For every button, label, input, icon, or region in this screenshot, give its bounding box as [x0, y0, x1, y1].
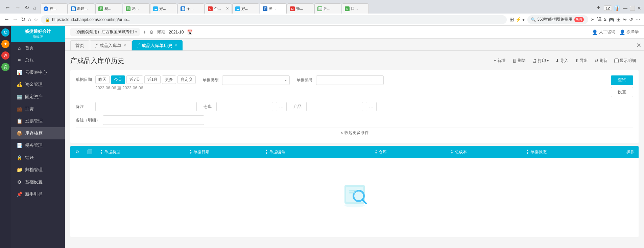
sidebar-item-close-books[interactable]: 🔒 结账: [11, 152, 65, 164]
company-settings-button[interactable]: ⚙: [149, 29, 154, 35]
browser-tab-6[interactable]: 📄 个...: [177, 3, 205, 14]
browser-tab-10[interactable]: M 畅...: [287, 3, 314, 14]
reload-button[interactable]: ↻: [23, 4, 31, 12]
dropdown-icon[interactable]: ▾: [522, 17, 525, 22]
page-tab-home[interactable]: 首页: [70, 40, 89, 50]
page-tab-history[interactable]: 产成品入库单历史 ✕: [132, 40, 183, 50]
sidebar-item-invoice[interactable]: 📋 发票管理: [11, 115, 65, 127]
browser-tab-4[interactable]: 易 易...: [123, 3, 150, 14]
nav-back[interactable]: ←: [3, 16, 9, 23]
forward-button[interactable]: →: [13, 3, 22, 12]
browser-tab-8[interactable]: ☁ 好...: [232, 3, 259, 14]
close-window-button[interactable]: ✕: [637, 5, 641, 11]
browser-tab-12[interactable]: S 目...: [342, 3, 369, 14]
back-button[interactable]: ←: [3, 3, 12, 12]
sidebar-item-archive[interactable]: 📁 归档管理: [11, 164, 65, 176]
new-tab-button[interactable]: +: [595, 4, 602, 12]
browser-tab-1[interactable]: e 在...: [41, 3, 68, 14]
date-yesterday-btn[interactable]: 昨天: [95, 75, 110, 84]
browser-tab-5[interactable]: ☁ 好...: [150, 3, 177, 14]
add-company-button[interactable]: +: [143, 29, 146, 35]
query-button[interactable]: 查询: [611, 75, 633, 85]
display-detail-checkbox[interactable]: [614, 59, 619, 63]
url-bar[interactable]: 🔒 https://cloud.chanjet.com/accounting/u…: [41, 15, 507, 24]
date-1month-btn[interactable]: 近1月: [144, 75, 161, 84]
search-bar[interactable]: 🔍 360智能抠图免费用 热搜: [527, 15, 588, 24]
browser-tab-2[interactable]: 📄 新建...: [68, 3, 95, 14]
date-7days-btn[interactable]: 近7天: [126, 75, 143, 84]
translate-icon[interactable]: 译: [597, 17, 602, 23]
profile-button[interactable]: 👔: [614, 5, 621, 11]
service-button[interactable]: 👤 人工咨询: [592, 29, 615, 35]
sidebar-item-guide[interactable]: 📌 新手引导: [11, 188, 65, 200]
sidebar-item-reports[interactable]: 📊 云报表中心: [11, 66, 65, 78]
warehouse-input[interactable]: [216, 102, 273, 111]
table-header-checkbox[interactable]: [84, 150, 96, 154]
sidebar-item-home[interactable]: ⌂ 首页: [11, 42, 65, 54]
import-button[interactable]: ⬇ 导入: [553, 57, 571, 65]
warehouse-ellipsis-btn[interactable]: …: [276, 102, 287, 111]
table-header-gear[interactable]: ⚙: [70, 150, 84, 154]
type-select-wrapper[interactable]: ▾: [222, 75, 290, 85]
remark-input[interactable]: [95, 102, 197, 111]
tab-7-close[interactable]: ✕: [226, 6, 229, 11]
company-selector[interactable]: （勿删勿禁用）江西报宝测试专用 ▾: [70, 28, 140, 36]
sidebar-item-settings[interactable]: ⚙ 基础设置: [11, 176, 65, 188]
grid-icon[interactable]: ⊞: [509, 16, 514, 23]
page-tab-list-close[interactable]: ✕: [123, 43, 126, 48]
app-icon-star[interactable]: ★: [1, 40, 9, 48]
export-button[interactable]: ⬆ 导出: [572, 57, 591, 65]
filter-settings-button[interactable]: 设置: [611, 87, 633, 97]
date-custom-btn[interactable]: 自定义: [177, 75, 196, 84]
app-icon-weibo[interactable]: W: [1, 51, 9, 60]
refresh-button[interactable]: ↺ 刷新: [592, 57, 610, 65]
apps-icon[interactable]: ⊞: [616, 16, 621, 23]
table-header-warehouse[interactable]: ▲▼ 仓库: [371, 149, 447, 155]
panel-close-button[interactable]: ✕: [636, 42, 641, 50]
sidebar-item-tax[interactable]: 📑 税务管理: [11, 139, 65, 152]
nav-reload[interactable]: ↻: [21, 16, 25, 23]
product-input[interactable]: [306, 102, 363, 111]
page-tab-list[interactable]: 产成品入库单 ✕: [90, 40, 132, 50]
date-more-btn[interactable]: 更多: [162, 75, 176, 84]
app-icon-mail[interactable]: @: [1, 63, 9, 71]
date-today-btn[interactable]: 今天: [111, 75, 125, 84]
sidebar-item-funds[interactable]: 💰 资金管理: [11, 78, 65, 91]
currency-icon[interactable]: ¥: [604, 17, 606, 22]
table-header-status[interactable]: ▲▼ 单据状态: [522, 149, 612, 155]
nav-home[interactable]: ⌂: [28, 17, 31, 22]
browser-tab-7[interactable]: C 企... ✕: [205, 3, 232, 14]
home-button[interactable]: ⌂: [31, 4, 38, 11]
table-header-date[interactable]: ▲▼ 单据日期: [185, 149, 261, 155]
browser-tab-11[interactable]: 📊 各...: [314, 3, 341, 14]
number-input[interactable]: [316, 75, 384, 85]
game-icon[interactable]: 🎮: [609, 17, 614, 22]
user-info[interactable]: 👤 徐泽华: [619, 29, 639, 35]
header-checkbox[interactable]: [88, 150, 92, 154]
table-header-cost[interactable]: ▲▼ 总成本: [447, 149, 522, 155]
sidebar-item-payroll[interactable]: 💼 工资: [11, 103, 65, 115]
app-icon-chanjet[interactable]: C: [1, 28, 9, 37]
browser-tab-9[interactable]: 腾 腾...: [260, 3, 287, 14]
table-header-type[interactable]: ▲▼ 单据类型: [96, 149, 185, 155]
table-header-number[interactable]: ▲▼ 单据编号: [261, 149, 371, 155]
browser-tab-3[interactable]: 易 易...: [95, 3, 122, 14]
minimize-button[interactable]: —: [623, 5, 627, 11]
scissors-icon[interactable]: ✂: [591, 17, 595, 22]
add-button[interactable]: + 新增: [491, 57, 508, 65]
sidebar-item-inventory[interactable]: 📦 库存核算: [11, 127, 65, 139]
settings-menu-icon[interactable]: ⋯: [635, 16, 641, 23]
collapse-btn[interactable]: ∧ 收起更多条件: [76, 128, 633, 138]
maximize-button[interactable]: ⬜: [629, 5, 635, 11]
refresh-icon[interactable]: ↺: [629, 17, 633, 22]
product-ellipsis-btn[interactable]: …: [366, 102, 377, 111]
delete-button[interactable]: 🗑 删除: [509, 57, 528, 65]
nav-bookmark[interactable]: ☆: [34, 17, 38, 22]
theme-icon[interactable]: ☀: [623, 17, 627, 22]
nav-forward[interactable]: →: [12, 16, 18, 23]
print-button[interactable]: 🖨 打印 ▾: [530, 57, 551, 65]
sidebar-item-assets[interactable]: 🏢 固定资产: [11, 91, 65, 103]
bolt-icon[interactable]: ⚡: [515, 17, 521, 22]
page-tab-history-close[interactable]: ✕: [174, 43, 177, 48]
sidebar-item-ledger[interactable]: ≡ 总账: [11, 54, 65, 66]
